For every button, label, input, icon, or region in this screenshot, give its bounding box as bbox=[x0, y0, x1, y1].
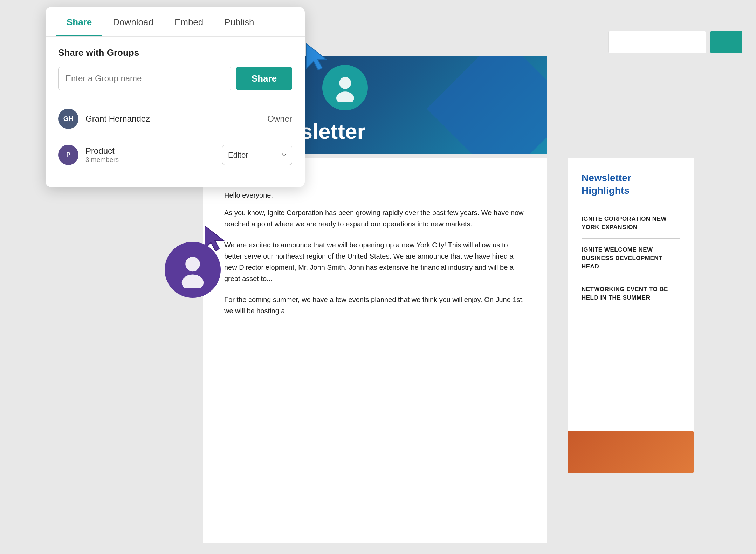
share-input-row: Share bbox=[58, 67, 292, 90]
top-right-bar bbox=[511, 21, 756, 63]
svg-marker-0 bbox=[307, 44, 327, 70]
newsletter-para-3: For the coming summer, we have a few eve… bbox=[224, 294, 525, 316]
avatar-grant-initials: GH bbox=[63, 115, 74, 123]
newsletter-para-1: As you know, Ignite Corporation has been… bbox=[224, 207, 525, 230]
svg-point-4 bbox=[185, 257, 200, 272]
modal-tabs: Share Download Embed Publish bbox=[46, 7, 305, 37]
tab-download[interactable]: Download bbox=[102, 7, 164, 36]
sidebar-item-1: IGNITE CORPORATION NEW YORK EXPANSION bbox=[582, 208, 680, 239]
user-name-product: Product bbox=[85, 146, 222, 156]
owner-label: Owner bbox=[267, 114, 292, 124]
newsletter-image bbox=[568, 431, 694, 473]
svg-point-2 bbox=[339, 77, 351, 89]
share-modal: Share Download Embed Publish Share with … bbox=[46, 7, 305, 187]
share-section-title: Share with Groups bbox=[58, 47, 292, 58]
sidebar-item-3: NETWORKING EVENT TO BE HELD IN THE SUMME… bbox=[582, 278, 680, 309]
newsletter-para-2: We are excited to announce that we will … bbox=[224, 239, 525, 284]
user-info-grant: Grant Hernandez bbox=[85, 114, 267, 124]
avatar-purple bbox=[165, 242, 221, 298]
sidebar-item-text-3: NETWORKING EVENT TO BE HELD IN THE SUMME… bbox=[582, 285, 680, 302]
top-right-button[interactable] bbox=[710, 31, 742, 53]
user-row-product: P Product 3 members Editor Viewer Admin bbox=[58, 137, 292, 173]
user-name-grant: Grant Hernandez bbox=[85, 114, 267, 124]
user-info-product: Product 3 members bbox=[85, 146, 222, 164]
svg-point-3 bbox=[336, 91, 354, 102]
avatar-product-initials: P bbox=[66, 151, 71, 159]
tab-embed[interactable]: Embed bbox=[164, 7, 214, 36]
sidebar-highlights-title: Newsletter Highlights bbox=[582, 172, 680, 197]
top-right-input[interactable] bbox=[608, 31, 706, 53]
newsletter-body: March 21, 2027 Hello everyone, As you kn… bbox=[203, 158, 547, 543]
sidebar-item-text-1: IGNITE CORPORATION NEW YORK EXPANSION bbox=[582, 215, 680, 232]
svg-point-5 bbox=[182, 275, 204, 288]
avatar-product: P bbox=[58, 145, 78, 165]
group-name-input[interactable] bbox=[58, 67, 231, 90]
user-sub-product: 3 members bbox=[85, 156, 222, 164]
tab-publish[interactable]: Publish bbox=[214, 7, 264, 36]
share-body: Share with Groups Share GH Grant Hernand… bbox=[46, 47, 305, 173]
cursor-blue-arrow bbox=[305, 42, 329, 72]
tab-share[interactable]: Share bbox=[56, 7, 102, 36]
newsletter-sidebar: Newsletter Highlights IGNITE CORPORATION… bbox=[568, 158, 694, 438]
share-button[interactable]: Share bbox=[236, 67, 292, 90]
user-row-grant: GH Grant Hernandez Owner bbox=[58, 101, 292, 137]
sidebar-item-2: IGNITE WELCOME NEW BUSINESS DEVELOPMENT … bbox=[582, 239, 680, 278]
avatar-grant: GH bbox=[58, 109, 78, 129]
avatar-teal bbox=[322, 65, 368, 110]
role-select-product[interactable]: Editor Viewer Admin bbox=[222, 145, 292, 165]
newsletter-greeting: Hello everyone, bbox=[224, 191, 525, 199]
sidebar-item-text-2: IGNITE WELCOME NEW BUSINESS DEVELOPMENT … bbox=[582, 246, 680, 271]
